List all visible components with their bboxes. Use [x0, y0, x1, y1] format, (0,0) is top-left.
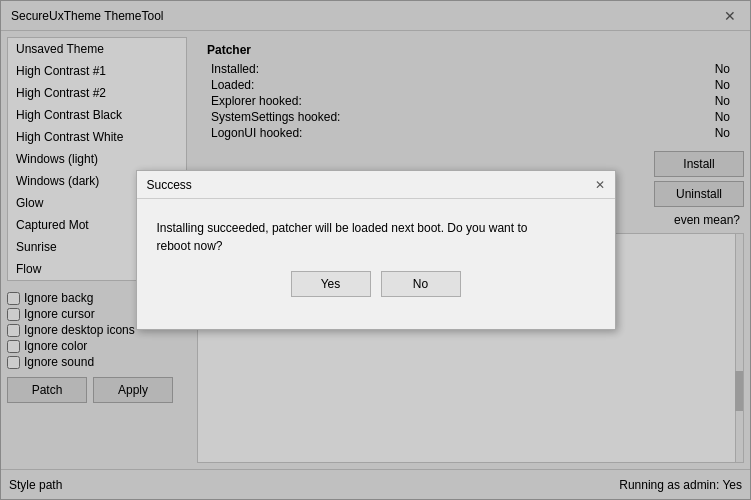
dialog-overlay: Success ✕ Installing succeeded, patcher …: [0, 0, 751, 500]
dialog-title: Success: [147, 178, 192, 192]
dialog-no-button[interactable]: No: [381, 271, 461, 297]
dialog-close-button[interactable]: ✕: [595, 178, 605, 192]
dialog-body: Installing succeeded, patcher will be lo…: [137, 199, 615, 271]
dialog-yes-button[interactable]: Yes: [291, 271, 371, 297]
dialog-message: Installing succeeded, patcher will be lo…: [157, 221, 528, 253]
dialog-buttons: Yes No: [137, 271, 615, 313]
dialog-title-bar: Success ✕: [137, 171, 615, 199]
success-dialog: Success ✕ Installing succeeded, patcher …: [136, 170, 616, 330]
